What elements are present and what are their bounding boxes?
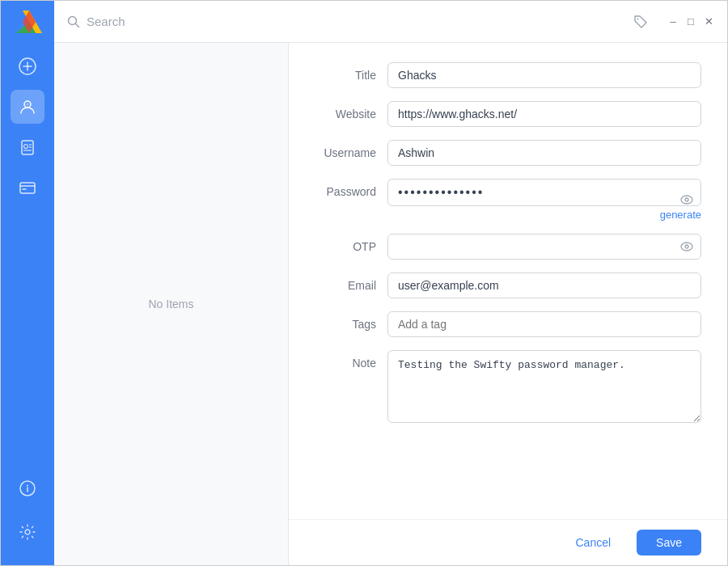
title-input[interactable] xyxy=(387,62,701,88)
tags-input[interactable] xyxy=(387,311,701,337)
window-controls: – □ ✕ xyxy=(667,16,714,27)
website-label: Website xyxy=(315,101,387,120)
sidebar-item-info[interactable] xyxy=(11,471,44,505)
note-row: Note Testing the Swifty password manager… xyxy=(315,350,701,426)
title-label: Title xyxy=(315,62,387,82)
email-row: Email xyxy=(315,272,701,298)
email-label: Email xyxy=(315,272,387,292)
password-label: Password xyxy=(315,179,387,198)
svg-point-19 xyxy=(27,485,28,487)
minimize-button[interactable]: – xyxy=(667,16,679,27)
cancel-button[interactable]: Cancel xyxy=(559,530,627,555)
website-field xyxy=(387,101,701,127)
password-visibility-icon[interactable] xyxy=(680,193,693,206)
sidebar-bottom xyxy=(11,468,44,552)
list-panel: No Items xyxy=(54,43,289,565)
form-area: Title Website Username xyxy=(289,43,727,519)
otp-input[interactable] xyxy=(387,234,701,260)
otp-visibility-icon[interactable] xyxy=(680,240,693,253)
detail-panel: Title Website Username xyxy=(289,43,727,565)
sidebar xyxy=(1,1,54,565)
svg-point-23 xyxy=(637,18,639,19)
website-input[interactable] xyxy=(387,101,701,127)
note-label: Note xyxy=(315,350,387,370)
svg-line-22 xyxy=(76,23,79,27)
title-row: Title xyxy=(315,62,701,88)
note-field: Testing the Swifty password manager. xyxy=(387,350,701,426)
sidebar-item-cards[interactable] xyxy=(11,171,44,205)
svg-point-10 xyxy=(24,145,28,149)
otp-field xyxy=(387,234,701,260)
username-label: Username xyxy=(315,140,387,159)
search-icon xyxy=(67,15,80,28)
svg-point-24 xyxy=(681,196,692,204)
app-logo xyxy=(13,7,42,36)
tag-icon[interactable] xyxy=(633,15,648,29)
tags-label: Tags xyxy=(315,311,387,331)
note-textarea[interactable]: Testing the Swifty password manager. xyxy=(387,350,701,423)
close-button[interactable]: ✕ xyxy=(703,16,714,27)
password-row: Password generate xyxy=(315,179,701,221)
header: – □ ✕ xyxy=(54,1,727,43)
username-row: Username xyxy=(315,140,701,166)
sidebar-item-notes[interactable] xyxy=(11,130,44,164)
svg-point-8 xyxy=(27,103,29,106)
email-input[interactable] xyxy=(387,272,701,298)
website-row: Website xyxy=(315,101,701,127)
password-field: generate xyxy=(387,179,701,221)
tags-field xyxy=(387,311,701,337)
footer: Cancel Save xyxy=(289,519,727,565)
tags-row: Tags xyxy=(315,311,701,337)
title-field xyxy=(387,62,701,88)
generate-link[interactable]: generate xyxy=(387,209,701,221)
no-items-label: No Items xyxy=(148,298,193,310)
main-area: – □ ✕ No Items Title Website xyxy=(54,1,727,565)
svg-rect-14 xyxy=(20,183,35,193)
otp-row: OTP xyxy=(315,234,701,260)
save-button[interactable]: Save xyxy=(637,530,701,555)
sidebar-item-settings[interactable] xyxy=(11,515,44,549)
username-input[interactable] xyxy=(387,140,701,166)
svg-point-20 xyxy=(25,530,30,534)
username-field xyxy=(387,140,701,166)
search-input[interactable] xyxy=(87,15,627,28)
sidebar-item-accounts[interactable] xyxy=(11,90,44,124)
svg-point-26 xyxy=(681,243,692,251)
svg-point-25 xyxy=(685,198,688,201)
sidebar-item-add[interactable] xyxy=(11,49,44,83)
email-field xyxy=(387,272,701,298)
svg-point-27 xyxy=(685,245,688,248)
maximize-button[interactable]: □ xyxy=(685,16,696,27)
otp-label: OTP xyxy=(315,234,387,253)
content-area: No Items Title Website xyxy=(54,43,727,565)
password-input[interactable] xyxy=(387,179,701,206)
